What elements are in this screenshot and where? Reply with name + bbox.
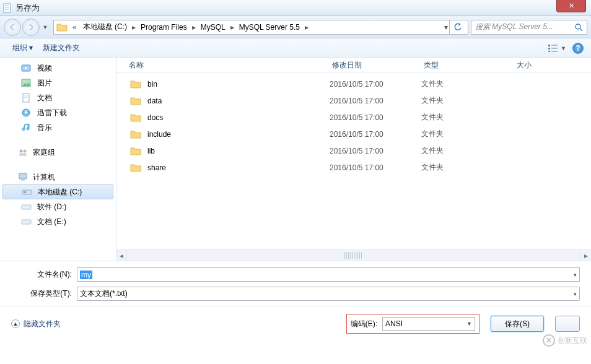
sidebar-item-music[interactable]: 音乐 (0, 120, 116, 135)
bottom-bar: ▲ 隐藏文件夹 编码(E): ANSI▼ 保存(S) (0, 313, 591, 341)
table-row[interactable]: share2016/10/5 17:00文件夹 (130, 159, 591, 176)
breadcrumb-overflow[interactable]: « (70, 23, 79, 32)
svg-rect-6 (548, 45, 550, 46)
sidebar-group-computer[interactable]: ▷计算机 (0, 170, 116, 184)
table-row[interactable]: data2016/10/5 17:00文件夹 (130, 92, 591, 109)
folder-icon (130, 113, 141, 123)
svg-rect-27 (22, 220, 31, 224)
scrollbar-horizontal[interactable]: ◂ ▸ (116, 249, 591, 261)
cancel-button[interactable] (555, 316, 580, 332)
forward-button[interactable] (22, 19, 40, 36)
file-name: include (147, 130, 171, 139)
sidebar: 视频 图片 文档 迅雷下载 音乐 ▷家庭组 ▷计算机 本地磁盘 (C:) 软件 … (0, 58, 116, 261)
savetype-label: 保存类型(T): (11, 288, 77, 299)
scroll-left-button[interactable]: ◂ (116, 250, 127, 261)
address-dropdown[interactable]: ▾ (443, 23, 449, 32)
svg-rect-7 (548, 48, 550, 50)
view-menu[interactable]: ▼ (548, 44, 566, 53)
col-type[interactable]: 类型 (421, 60, 514, 71)
hide-folders-toggle[interactable]: ▲ 隐藏文件夹 (11, 319, 61, 329)
back-button[interactable] (4, 19, 21, 36)
filename-input[interactable]: my▾ (77, 267, 580, 282)
file-type: 文件夹 (421, 129, 483, 139)
svg-line-5 (580, 28, 582, 31)
scroll-grip[interactable] (344, 252, 363, 259)
folder-icon (130, 96, 141, 106)
file-name: lib (147, 147, 155, 155)
savetype-select[interactable]: 文本文档(*.txt)▾ (77, 287, 580, 301)
sidebar-item-drive-e[interactable]: 文档 (E:) (0, 214, 116, 229)
sidebar-item-drive-d[interactable]: 软件 (D:) (0, 199, 116, 214)
file-type: 文件夹 (421, 145, 483, 156)
notepad-icon (2, 3, 12, 13)
breadcrumb-item[interactable]: Program Files (137, 23, 191, 32)
save-form: 文件名(N): my▾ 保存类型(T): 文本文档(*.txt)▾ (0, 261, 591, 301)
file-date: 2016/10/5 17:00 (330, 147, 421, 155)
encoding-label: 编码(E): (351, 319, 377, 329)
sidebar-item-documents[interactable]: 文档 (0, 90, 116, 105)
file-list: bin2016/10/5 17:00文件夹data2016/10/5 17:00… (116, 73, 591, 249)
encoding-select[interactable]: ANSI▼ (382, 317, 475, 331)
svg-rect-21 (19, 153, 27, 156)
close-button[interactable]: ✕ (556, 0, 586, 12)
svg-point-19 (20, 150, 23, 153)
expand-icon: ▷ (9, 148, 14, 157)
main-area: 视频 图片 文档 迅雷下载 音乐 ▷家庭组 ▷计算机 本地磁盘 (C:) 软件 … (0, 58, 591, 261)
sidebar-item-pictures[interactable]: 图片 (0, 76, 116, 90)
expand-icon: ▷ (9, 173, 14, 181)
dropdown-icon: ▼ (466, 321, 472, 327)
table-row[interactable]: include2016/10/5 17:00文件夹 (130, 126, 591, 142)
folder-icon (56, 22, 68, 32)
chevron-right-icon[interactable]: ▸ (304, 23, 310, 32)
watermark: ✕创新互联 (543, 334, 587, 347)
new-folder-button[interactable]: 新建文件夹 (38, 40, 85, 56)
help-button[interactable]: ? (572, 43, 584, 54)
svg-point-14 (24, 81, 25, 83)
encoding-highlight: 编码(E): ANSI▼ (346, 314, 479, 334)
search-input[interactable]: 搜索 MySQL Server 5... (471, 20, 587, 35)
scroll-right-button[interactable]: ▸ (580, 250, 591, 261)
sidebar-item-drive-c[interactable]: 本地磁盘 (C:) (2, 184, 113, 199)
breadcrumb-item[interactable]: MySQL (197, 23, 229, 32)
col-name[interactable]: 名称 (126, 60, 330, 71)
file-pane: 名称 修改日期 类型 大小 bin2016/10/5 17:00文件夹data2… (116, 58, 591, 261)
divider (0, 306, 591, 306)
table-row[interactable]: docs2016/10/5 17:00文件夹 (130, 109, 591, 126)
chevron-right-icon[interactable]: ▸ (229, 23, 235, 32)
column-headers: 名称 修改日期 类型 大小 (116, 58, 591, 73)
search-placeholder: 搜索 MySQL Server 5... (475, 22, 574, 32)
filename-dropdown[interactable]: ▾ (574, 272, 577, 278)
sidebar-group-homegroup[interactable]: ▷家庭组 (0, 145, 116, 160)
file-type: 文件夹 (421, 95, 483, 106)
window-title: 另存为 (15, 2, 40, 14)
table-row[interactable]: bin2016/10/5 17:00文件夹 (130, 76, 591, 92)
file-name: data (147, 97, 162, 105)
chevron-right-icon[interactable]: ▸ (191, 23, 197, 32)
breadcrumb-item[interactable]: 本地磁盘 (C:) (79, 22, 131, 32)
filename-label: 文件名(N): (11, 269, 77, 280)
history-dropdown[interactable]: ▼ (41, 19, 50, 35)
svg-rect-8 (548, 51, 550, 52)
svg-point-4 (576, 24, 580, 29)
table-row[interactable]: lib2016/10/5 17:00文件夹 (130, 142, 591, 159)
chevron-right-icon[interactable]: ▸ (131, 23, 137, 32)
toolbar: 组织 ▾ 新建文件夹 ▼ ? (0, 38, 591, 58)
organize-menu[interactable]: 组织 ▾ (7, 40, 38, 56)
folder-icon (130, 129, 141, 139)
col-date[interactable]: 修改日期 (330, 60, 421, 71)
svg-rect-25 (24, 191, 26, 193)
collapse-icon: ▲ (11, 319, 20, 328)
file-name: share (147, 163, 166, 172)
col-size[interactable]: 大小 (514, 60, 534, 71)
folder-icon (130, 163, 141, 173)
svg-point-20 (24, 150, 27, 153)
titlebar: 另存为 (0, 0, 591, 16)
sidebar-item-xunlei[interactable]: 迅雷下载 (0, 105, 116, 120)
save-button[interactable]: 保存(S) (491, 316, 544, 332)
breadcrumb-item[interactable]: MySQL Server 5.5 (235, 23, 304, 32)
file-date: 2016/10/5 17:00 (330, 80, 421, 89)
address-bar[interactable]: « 本地磁盘 (C:)▸ Program Files▸ MySQL▸ MySQL… (53, 20, 468, 35)
sidebar-item-videos[interactable]: 视频 (0, 61, 116, 76)
refresh-button[interactable] (449, 20, 465, 34)
file-date: 2016/10/5 17:00 (330, 163, 421, 172)
